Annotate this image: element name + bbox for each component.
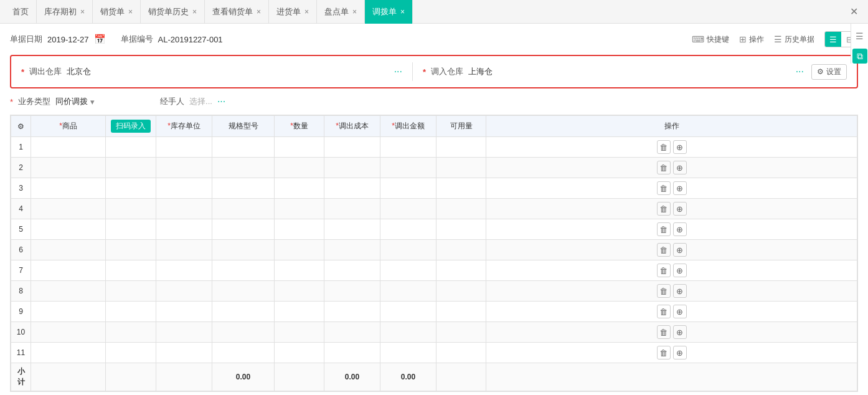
tab-close-inventory-init[interactable]: × [80, 7, 85, 16]
cell-product-2[interactable] [31, 158, 106, 178]
cell-qty-10[interactable] [275, 322, 324, 343]
cell-transfer-cost-11[interactable] [324, 343, 380, 363]
cell-transfer-amount-6[interactable] [380, 240, 436, 260]
copy-row-button-1[interactable]: ⊕ [673, 140, 687, 154]
cell-transfer-amount-4[interactable] [380, 199, 436, 219]
cell-transfer-cost-5[interactable] [324, 219, 380, 240]
cell-spec-11[interactable] [212, 343, 275, 363]
settings-button[interactable]: ⚙ 设置 [811, 64, 847, 80]
cell-product-5[interactable] [31, 219, 106, 240]
cell-spec-1[interactable] [212, 137, 275, 158]
tab-close-sales-order[interactable]: × [128, 7, 133, 16]
cell-transfer-amount-1[interactable] [380, 137, 436, 158]
cell-product-10[interactable] [31, 322, 106, 343]
cell-transfer-cost-3[interactable] [324, 178, 380, 199]
cell-unit-10[interactable] [156, 322, 212, 343]
delete-row-button-6[interactable]: 🗑 [657, 243, 671, 257]
cell-transfer-cost-8[interactable] [324, 281, 380, 302]
cell-transfer-cost-4[interactable] [324, 199, 380, 219]
delete-row-button-4[interactable]: 🗑 [657, 202, 671, 216]
cell-qty-6[interactable] [275, 240, 324, 260]
cell-spec-2[interactable] [212, 158, 275, 178]
delete-row-button-1[interactable]: 🗑 [657, 140, 671, 154]
in-warehouse-dots[interactable]: ··· [796, 66, 804, 77]
cell-transfer-cost-2[interactable] [324, 158, 380, 178]
tab-view-sales[interactable]: 查看销货单× [205, 0, 269, 24]
cell-transfer-amount-10[interactable] [380, 322, 436, 343]
cell-product-9[interactable] [31, 302, 106, 322]
handler-placeholder[interactable]: 选择... [189, 96, 212, 107]
cell-spec-9[interactable] [212, 302, 275, 322]
cell-transfer-cost-1[interactable] [324, 137, 380, 158]
cell-product-6[interactable] [31, 240, 106, 260]
tab-sales-order[interactable]: 销货单× [93, 0, 141, 24]
cell-spec-4[interactable] [212, 199, 275, 219]
copy-row-button-7[interactable]: ⊕ [673, 264, 687, 277]
business-type-select[interactable]: 同价调拨 ▾ [55, 96, 130, 107]
cell-transfer-amount-9[interactable] [380, 302, 436, 322]
cell-product-11[interactable] [31, 343, 106, 363]
cell-transfer-amount-3[interactable] [380, 178, 436, 199]
copy-row-button-3[interactable]: ⊕ [673, 181, 687, 195]
cell-transfer-amount-2[interactable] [380, 158, 436, 178]
cell-transfer-cost-10[interactable] [324, 322, 380, 343]
sidebar-list-icon[interactable]: ☰ [852, 29, 867, 44]
copy-row-button-6[interactable]: ⊕ [673, 243, 687, 257]
cell-transfer-cost-6[interactable] [324, 240, 380, 260]
cell-qty-7[interactable] [275, 260, 324, 281]
cell-transfer-amount-11[interactable] [380, 343, 436, 363]
cell-unit-7[interactable] [156, 260, 212, 281]
tab-close-transfer-order[interactable]: × [400, 7, 405, 16]
cell-unit-8[interactable] [156, 281, 212, 302]
history-button[interactable]: ☰ 历史单据 [774, 34, 814, 45]
cell-spec-10[interactable] [212, 322, 275, 343]
cell-spec-8[interactable] [212, 281, 275, 302]
cell-spec-3[interactable] [212, 178, 275, 199]
cell-qty-1[interactable] [275, 137, 324, 158]
calendar-icon[interactable]: 📅 [94, 34, 106, 45]
cell-unit-9[interactable] [156, 302, 212, 322]
delete-row-button-11[interactable]: 🗑 [657, 346, 671, 359]
tab-transfer-order[interactable]: 调拨单× [365, 0, 413, 24]
cell-transfer-cost-9[interactable] [324, 302, 380, 322]
cell-transfer-amount-7[interactable] [380, 260, 436, 281]
tab-home[interactable]: 首页 [5, 0, 37, 24]
cell-qty-9[interactable] [275, 302, 324, 322]
cell-qty-11[interactable] [275, 343, 324, 363]
delete-row-button-7[interactable]: 🗑 [657, 264, 671, 277]
tab-inventory-check[interactable]: 盘点单× [317, 0, 365, 24]
copy-row-button-8[interactable]: ⊕ [673, 284, 687, 298]
tab-inventory-init[interactable]: 库存期初× [37, 0, 93, 24]
tab-close-view-sales[interactable]: × [257, 7, 261, 16]
cell-unit-4[interactable] [156, 199, 212, 219]
cell-product-8[interactable] [31, 281, 106, 302]
shortcut-button[interactable]: ⌨ 快捷键 [692, 34, 729, 45]
copy-row-button-2[interactable]: ⊕ [673, 161, 687, 174]
cell-transfer-amount-5[interactable] [380, 219, 436, 240]
copy-row-button-4[interactable]: ⊕ [673, 202, 687, 216]
cell-unit-3[interactable] [156, 178, 212, 199]
cell-product-4[interactable] [31, 199, 106, 219]
cell-spec-7[interactable] [212, 260, 275, 281]
cell-qty-3[interactable] [275, 178, 324, 199]
operations-button[interactable]: ⊞ 操作 [739, 34, 764, 45]
cell-unit-1[interactable] [156, 137, 212, 158]
out-warehouse-dots[interactable]: ··· [394, 66, 402, 77]
sidebar-external-link-icon[interactable]: ⧉ [852, 49, 867, 64]
col-gear[interactable]: ⚙ [11, 116, 31, 137]
tab-close-sales-history[interactable]: × [192, 7, 197, 16]
tab-close-purchase-order[interactable]: × [304, 7, 309, 16]
cell-qty-5[interactable] [275, 219, 324, 240]
cell-product-1[interactable] [31, 137, 106, 158]
cell-transfer-cost-7[interactable] [324, 260, 380, 281]
tab-purchase-order[interactable]: 进货单× [269, 0, 317, 24]
cell-unit-6[interactable] [156, 240, 212, 260]
delete-row-button-8[interactable]: 🗑 [657, 284, 671, 298]
tab-close-inventory-check[interactable]: × [352, 7, 357, 16]
cell-spec-5[interactable] [212, 219, 275, 240]
delete-row-button-2[interactable]: 🗑 [657, 161, 671, 174]
tab-sales-history[interactable]: 销货单历史× [141, 0, 205, 24]
delete-row-button-5[interactable]: 🗑 [657, 222, 671, 236]
copy-row-button-9[interactable]: ⊕ [673, 305, 687, 318]
cell-product-3[interactable] [31, 178, 106, 199]
